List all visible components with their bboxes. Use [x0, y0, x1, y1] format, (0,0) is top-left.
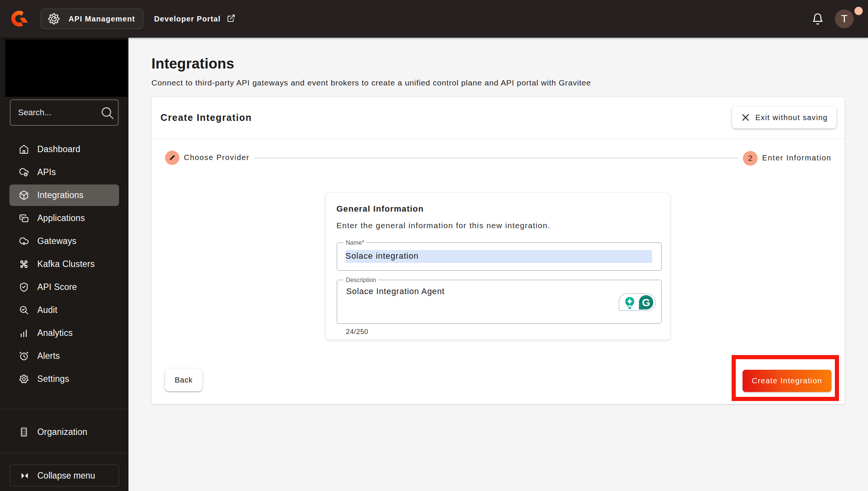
svg-text:G: G: [642, 297, 650, 308]
